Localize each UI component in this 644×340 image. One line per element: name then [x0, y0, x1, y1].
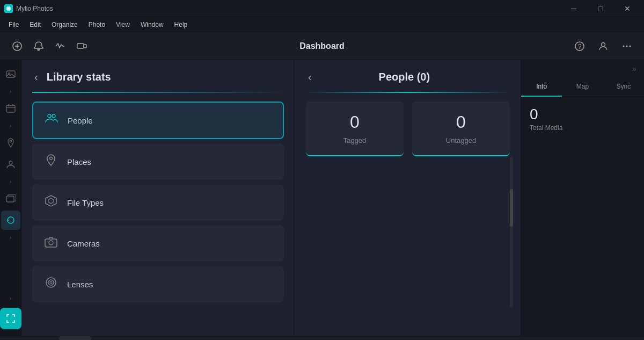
help-button[interactable]: ? — [571, 38, 588, 55]
menu-view[interactable]: View — [112, 20, 134, 30]
sidebar-item-sync[interactable] — [1, 211, 20, 230]
sidebar-item-calendar[interactable] — [1, 99, 20, 118]
people-icon — [44, 112, 59, 128]
main-layout: › › › › › ‹ Library stats — [0, 60, 644, 336]
stats-item-cameras-label: Cameras — [67, 239, 100, 248]
lenses-icon — [43, 276, 58, 292]
tagged-value: 0 — [350, 112, 360, 132]
left-sidebar: › › › › › — [0, 60, 21, 336]
svg-point-28 — [46, 278, 56, 287]
people-panel-divider — [306, 92, 510, 93]
chevron-1[interactable]: › — [5, 86, 16, 97]
devices-button[interactable] — [73, 38, 90, 55]
svg-point-10 — [626, 45, 628, 47]
svg-point-22 — [52, 114, 55, 118]
stats-item-lenses-label: Lenses — [67, 280, 93, 289]
right-panel-tabs: Info Map Sync — [521, 77, 644, 97]
header-right-icons: ? — [528, 38, 635, 55]
stats-item-places[interactable]: Places — [32, 143, 284, 180]
stats-item-people[interactable]: People — [32, 102, 284, 139]
stats-panel-header: ‹ Library stats — [21, 60, 295, 85]
file-types-icon — [43, 194, 58, 211]
svg-point-18 — [10, 140, 12, 142]
stats-item-places-label: Places — [67, 157, 91, 167]
stats-back-button[interactable]: ‹ — [32, 69, 40, 85]
expand-button[interactable] — [0, 308, 21, 329]
svg-rect-26 — [45, 239, 57, 247]
stats-panel-title: Library stats — [47, 71, 111, 83]
menu-organize[interactable]: Organize — [47, 20, 82, 30]
svg-point-11 — [630, 45, 631, 47]
menu-window[interactable]: Window — [136, 20, 168, 30]
account-button[interactable] — [595, 38, 612, 55]
tagged-card: 0 Tagged — [306, 102, 404, 156]
stats-cards: 0 Tagged 0 Untagged — [295, 102, 521, 156]
svg-point-0 — [6, 6, 11, 11]
stats-list: People Places File Types — [21, 102, 295, 336]
stats-item-file-types-label: File Types — [67, 198, 104, 207]
chevron-4[interactable]: › — [5, 232, 16, 243]
svg-marker-24 — [46, 196, 56, 206]
menu-photo[interactable]: Photo — [84, 20, 109, 30]
svg-point-27 — [49, 241, 53, 245]
notification-wrapper — [30, 38, 47, 55]
content-area: ‹ Library stats People Places — [21, 60, 521, 336]
title-bar: Mylio Photos ─ □ ✕ — [0, 0, 644, 17]
chevron-5[interactable]: › — [5, 293, 16, 303]
menu-edit[interactable]: Edit — [25, 20, 45, 30]
tagged-label: Tagged — [343, 136, 367, 144]
title-bar-left: Mylio Photos — [4, 4, 53, 13]
stats-item-file-types[interactable]: File Types — [32, 184, 284, 221]
untagged-value: 0 — [456, 112, 466, 132]
window-controls: ─ □ ✕ — [561, 0, 640, 17]
notification-button[interactable] — [30, 38, 47, 55]
total-media-label: Total Media — [530, 124, 635, 132]
svg-point-8 — [602, 42, 605, 46]
svg-point-30 — [50, 281, 52, 284]
svg-point-23 — [50, 157, 53, 160]
stats-item-cameras[interactable]: Cameras — [32, 225, 284, 262]
stats-item-lenses[interactable]: Lenses — [32, 266, 284, 302]
app-icon — [4, 4, 13, 13]
add-button[interactable] — [9, 38, 26, 55]
cameras-icon — [43, 235, 58, 251]
right-panel-content: 0 Total Media — [521, 97, 644, 140]
stats-panel: ‹ Library stats People Places — [21, 60, 295, 336]
svg-rect-20 — [6, 196, 14, 202]
tab-info[interactable]: Info — [521, 77, 562, 97]
minimize-button[interactable]: ─ — [561, 0, 586, 17]
tab-sync[interactable]: Sync — [603, 77, 644, 97]
svg-marker-25 — [48, 198, 54, 204]
maximize-button[interactable]: □ — [588, 0, 613, 17]
menu-file[interactable]: File — [4, 20, 23, 30]
activity-button[interactable] — [52, 38, 69, 55]
bottom-scrollbar[interactable] — [0, 336, 644, 340]
more-button[interactable] — [618, 38, 635, 55]
svg-point-21 — [48, 114, 51, 118]
svg-rect-4 — [77, 44, 84, 48]
top-header: Dashboard ? — [0, 32, 644, 60]
stats-item-people-label: People — [68, 116, 93, 125]
sidebar-item-locations[interactable] — [1, 133, 20, 153]
svg-rect-14 — [6, 105, 15, 112]
close-button[interactable]: ✕ — [615, 0, 640, 17]
svg-text:?: ? — [578, 43, 582, 50]
stats-panel-divider — [32, 92, 284, 93]
sidebar-item-photos[interactable] — [1, 64, 20, 84]
sidebar-item-people[interactable] — [1, 155, 20, 174]
sidebar-item-albums[interactable] — [1, 189, 20, 208]
menu-bar: File Edit Organize Photo View Window Hel… — [0, 17, 644, 32]
svg-rect-5 — [84, 45, 86, 48]
page-title: Dashboard — [116, 41, 528, 51]
people-back-button[interactable]: ‹ — [306, 69, 314, 85]
chevron-3[interactable]: › — [5, 176, 16, 187]
svg-point-29 — [48, 280, 54, 285]
chevron-2[interactable]: › — [5, 120, 16, 131]
tab-map[interactable]: Map — [562, 77, 603, 97]
app-name: Mylio Photos — [16, 5, 53, 12]
menu-help[interactable]: Help — [170, 20, 192, 30]
right-panel: » Info Map Sync 0 Total Media — [521, 60, 644, 336]
total-media-value: 0 — [530, 106, 635, 123]
people-panel: ‹ People (0) 0 Tagged 0 Untagged — [295, 60, 521, 336]
right-panel-collapse-button[interactable]: » — [628, 62, 641, 75]
